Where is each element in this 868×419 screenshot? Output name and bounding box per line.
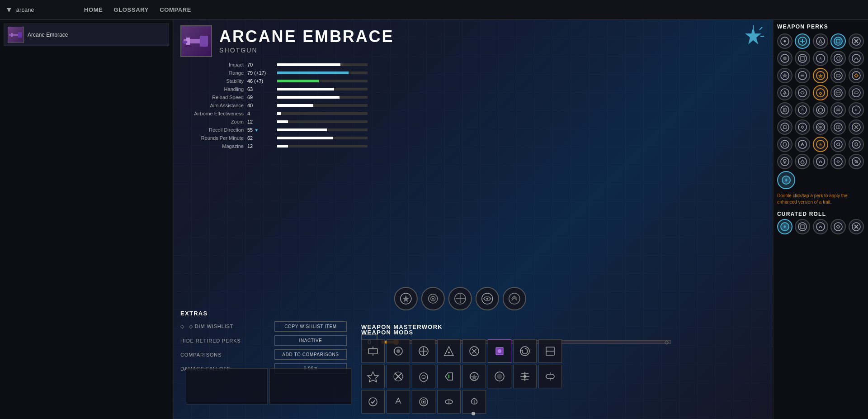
top-nav: ▼ HOME GLOSSARY COMPARE <box>0 0 868 20</box>
mod-box-0-7[interactable] <box>538 339 562 363</box>
stat-value: 40 <box>247 103 274 108</box>
perk-item-2-0[interactable] <box>777 68 793 83</box>
weapon-type: SHOTGUN <box>219 47 394 54</box>
nav-glossary[interactable]: GLOSSARY <box>113 6 149 13</box>
stat-value: 70 <box>247 62 274 67</box>
perk-item-5-0[interactable] <box>777 119 793 135</box>
mod-box-1-6[interactable] <box>513 365 537 388</box>
perk-item-1-0[interactable] <box>777 51 793 66</box>
curated-perk-4[interactable] <box>849 219 864 234</box>
perk-item-6-0[interactable] <box>777 137 793 152</box>
stat-bar-container <box>277 120 368 123</box>
copy-wishlist-btn[interactable]: COPY WISHLIST ITEM <box>274 321 347 332</box>
thumb-2[interactable] <box>269 368 351 405</box>
mod-box-0-6[interactable] <box>513 339 537 363</box>
perk-item-2-2[interactable] <box>813 68 828 83</box>
perk-item-1-4[interactable] <box>849 51 864 66</box>
dot-1[interactable] <box>472 412 475 415</box>
perk-circle-3[interactable] <box>448 287 472 310</box>
perk-item-7-4[interactable] <box>849 154 864 169</box>
nav-home[interactable]: HOME <box>84 6 103 13</box>
curated-perk-3[interactable] <box>830 219 846 234</box>
perk-item-6-1[interactable] <box>795 137 810 152</box>
perk-item-5-3[interactable] <box>830 119 846 135</box>
perks-title: WEAPON PERKS <box>777 24 864 30</box>
perk-item-4-2[interactable] <box>813 102 828 118</box>
thumb-1[interactable] <box>186 368 268 405</box>
mod-box-0-3[interactable] <box>437 339 461 363</box>
svg-point-19 <box>486 298 488 300</box>
curated-perk-0[interactable] <box>777 219 793 234</box>
mod-box-1-5[interactable] <box>488 365 511 388</box>
stat-name: Zoom <box>180 119 244 124</box>
perk-item-4-4[interactable] <box>849 102 864 118</box>
mod-box-0-5[interactable] <box>488 339 511 363</box>
perk-item-2-4[interactable] <box>849 68 864 83</box>
sidebar-item-name: Arcane Embrace <box>28 32 68 38</box>
perk-item-1-1[interactable] <box>795 51 810 66</box>
extras-comparisons-label: COMPARISONS <box>180 352 222 357</box>
perk-item-0-2[interactable] <box>813 33 828 49</box>
mod-box-0-0[interactable] <box>361 339 385 363</box>
mod-box-1-1[interactable] <box>387 365 410 388</box>
mod-box-0-4[interactable] <box>462 339 486 363</box>
perk-item-5-4[interactable] <box>849 119 864 135</box>
perk-item-5-1[interactable] <box>795 119 810 135</box>
stat-name: Airborne Effectiveness <box>180 111 244 116</box>
perk-row-center <box>394 287 526 310</box>
perk-item-6-3[interactable] <box>830 137 846 152</box>
perk-item-3-0[interactable] <box>777 85 793 100</box>
perk-item-0-0[interactable] <box>777 33 793 49</box>
mod-box-1-3[interactable] <box>437 365 461 388</box>
perk-item-0-1[interactable] <box>795 33 810 49</box>
perk-item-8-0[interactable] <box>777 171 795 189</box>
sidebar-item-arcane-embrace[interactable]: Arcane Embrace <box>4 24 169 46</box>
filter-icon[interactable]: ▼ <box>5 6 13 14</box>
star-badge[interactable] <box>742 25 764 47</box>
perk-circle-1[interactable] <box>394 287 417 310</box>
perk-item-6-4[interactable] <box>849 137 864 152</box>
perk-item-6-2[interactable] <box>813 137 828 152</box>
curated-perk-1[interactable] <box>795 219 810 234</box>
search-input[interactable] <box>16 6 71 13</box>
perk-item-7-3[interactable] <box>830 154 846 169</box>
perk-item-4-1[interactable] <box>795 102 810 118</box>
svg-point-113 <box>781 157 789 166</box>
perk-item-7-1[interactable] <box>795 154 810 169</box>
perk-item-2-1[interactable] <box>795 68 810 83</box>
perk-item-3-3[interactable] <box>830 85 846 100</box>
perk-item-7-2[interactable] <box>813 154 828 169</box>
mod-box-2-2[interactable] <box>412 390 435 414</box>
mod-box-1-2[interactable] <box>412 365 435 388</box>
perk-item-7-0[interactable] <box>777 154 793 169</box>
mod-box-1-0[interactable] <box>361 365 385 388</box>
perk-circle-2[interactable] <box>421 287 444 310</box>
mod-box-0-1[interactable] <box>387 339 410 363</box>
perk-item-4-3[interactable] <box>830 102 846 118</box>
perk-item-3-4[interactable] <box>849 85 864 100</box>
mod-box-2-0[interactable] <box>361 390 385 414</box>
perk-item-0-4[interactable] <box>849 33 864 49</box>
mod-box-2-4[interactable] <box>462 390 486 414</box>
mod-box-0-2[interactable] <box>412 339 435 363</box>
add-to-comparisons-btn[interactable]: ADD TO COMPARISONS <box>274 349 347 360</box>
mod-box-1-7[interactable] <box>538 365 562 388</box>
perk-item-2-3[interactable] <box>830 68 846 83</box>
perk-circle-4[interactable] <box>475 287 499 310</box>
mod-box-1-4[interactable] <box>462 365 486 388</box>
perk-item-4-0[interactable] <box>777 102 793 118</box>
perk-item-3-2[interactable] <box>813 85 828 100</box>
perk-item-1-2[interactable] <box>813 51 828 66</box>
curated-perk-2[interactable] <box>813 219 828 234</box>
perk-item-3-1[interactable] <box>795 85 810 100</box>
perk-item-1-3[interactable] <box>830 51 846 66</box>
mod-box-2-3[interactable] <box>437 390 461 414</box>
mod-box-2-1[interactable] <box>387 390 410 414</box>
nav-compare[interactable]: COMPARE <box>160 6 191 13</box>
svg-point-43 <box>422 375 425 379</box>
inactive-btn[interactable]: INACTIVE <box>274 335 347 346</box>
perk-item-5-2[interactable] <box>813 119 828 135</box>
perk-item-0-3[interactable] <box>830 33 846 49</box>
perk-circle-5[interactable] <box>502 287 526 310</box>
mods-grid <box>361 339 671 414</box>
